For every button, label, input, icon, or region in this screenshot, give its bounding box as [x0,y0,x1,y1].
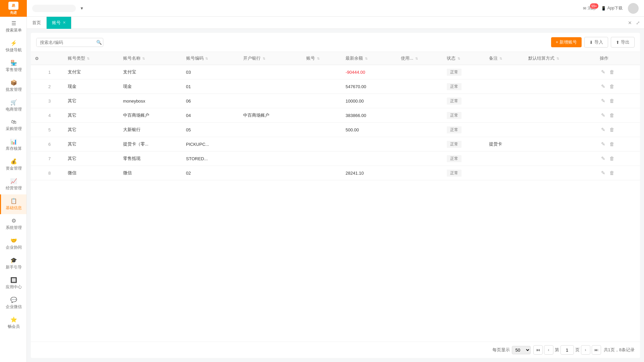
col-name[interactable]: 账号名称 ⇅ [119,52,182,65]
cell-name-0: 支付宝 [119,65,182,79]
cell-note-1 [485,79,524,94]
header-left: ▼ [32,5,84,12]
sidebar-item-purchase-mgmt[interactable]: 🛍采购管理 [0,116,26,135]
col-status[interactable]: 状态 ⇅ [443,52,485,65]
delete-button-5[interactable]: 🗑 [608,140,616,147]
sidebar-item-sys-mgmt[interactable]: ⚙系统管理 [0,214,26,234]
tab-expand-button[interactable]: ⤢ [635,19,641,26]
col-balance[interactable]: 最新余额 ⇅ [341,52,397,65]
cell-bank-0 [239,65,302,79]
page-size-select[interactable]: 每页显示 102050100 [492,346,531,354]
sidebar-item-enterprise-wechat[interactable]: 💬企业微信 [0,293,26,313]
cell-num-3: 4 [44,108,64,123]
sidebar-icon-membership: ⭐ [10,316,17,323]
import-label: 导入 [594,39,603,45]
gear-icon: ⚙ [35,56,39,61]
cell-bank-2 [239,94,302,108]
sidebar-item-enterprise-agreement[interactable]: 🤝企业协同 [0,234,26,254]
cell-account-6 [302,152,341,166]
status-badge-0: 正常 [447,69,462,76]
tab-home[interactable]: 首页 [27,17,47,29]
cell-action-0: ✎ 🗑 [596,65,640,79]
col-default-settle[interactable]: 默认结算方式 ⇅ [524,52,596,65]
sidebar-item-app-center[interactable]: 🔲应用中心 [0,274,26,293]
col-gear[interactable]: ⚙ [31,52,44,65]
col-usage[interactable]: 使用... ⇅ [397,52,443,65]
page-first-button[interactable]: ⏮ [533,345,543,355]
edit-button-6[interactable]: ✎ [600,155,607,162]
tabs-bar: 首页账号✕ ✕ ⤢ [27,17,644,29]
sidebar-icon-wholesale-mgmt: 📦 [10,79,17,86]
col-account[interactable]: 账号 ⇅ [302,52,341,65]
user-avatar[interactable] [628,3,639,14]
cell-note-2 [485,94,524,108]
edit-button-3[interactable]: ✎ [600,112,607,119]
sidebar-item-new-user-guide[interactable]: 🎓新手引导 [0,254,26,274]
delete-button-0[interactable]: 🗑 [608,68,616,75]
cell-type-7: 微信 [64,166,119,180]
edit-button-7[interactable]: ✎ [600,169,607,177]
cell-note-3 [485,108,524,123]
sidebar-item-membership[interactable]: ⭐畅会员 [0,313,26,333]
sidebar-item-inventory[interactable]: 📊库存核算 [0,135,26,155]
col-type[interactable]: 账号类型 ⇅ [64,52,119,65]
sidebar-item-retail-mgmt[interactable]: 🏪零售管理 [0,56,26,76]
search-button[interactable]: 🔍 [94,38,103,47]
col-code[interactable]: 账号编码 ⇅ [182,52,239,65]
message-button[interactable]: ✉ 消息 99+ [583,5,596,11]
export-button[interactable]: ⬆ 导出 [611,37,635,48]
page-size-dropdown[interactable]: 102050100 [512,346,531,354]
logo-text: 先进 [10,10,17,15]
sidebar-item-ecommerce-mgmt[interactable]: 🛒电商管理 [0,96,26,116]
col-note[interactable]: 备注 ⇅ [485,52,524,65]
status-badge-7: 正常 [447,170,462,177]
header-search-box[interactable] [32,5,76,12]
delete-button-6[interactable]: 🗑 [608,155,616,162]
page-last-button[interactable]: ⏭ [592,345,601,355]
sidebar-item-basic-info[interactable]: 📋基础信息 [0,194,26,214]
col-bank[interactable]: 开户银行 ⇅ [239,52,302,65]
app-download-button[interactable]: 📱 App下载 [601,5,623,11]
delete-button-1[interactable]: 🗑 [608,83,616,90]
sidebar-item-ops-mgmt[interactable]: 📈经营管理 [0,175,26,194]
header-search-input[interactable] [36,6,66,11]
header-dropdown[interactable]: ▼ [80,6,84,11]
tab-close-all-button[interactable]: ✕ [627,19,633,26]
cell-action-4: ✎ 🗑 [596,123,640,137]
cell-gear-7 [31,166,44,180]
cell-usage-0 [397,65,443,79]
sidebar-item-finance-mgmt[interactable]: 💰资金管理 [0,155,26,175]
sidebar-item-wholesale-mgmt[interactable]: 📦批发管理 [0,76,26,96]
cell-name-5: 提货卡（零... [119,137,182,152]
delete-button-2[interactable]: 🗑 [608,97,616,104]
edit-button-0[interactable]: ✎ [600,68,607,76]
cell-account-0 [302,65,341,79]
edit-button-4[interactable]: ✎ [600,126,607,133]
edit-button-5[interactable]: ✎ [600,140,607,148]
delete-button-7[interactable]: 🗑 [608,169,616,176]
add-account-button[interactable]: + 新增账号 [551,37,582,47]
cell-type-3: 其它 [64,108,119,123]
edit-button-2[interactable]: ✎ [600,97,607,105]
sidebar-icon-finance-mgmt: 💰 [10,158,17,165]
sort-bank-icon: ⇅ [263,57,265,60]
search-box[interactable]: 🔍 [36,38,103,47]
edit-button-1[interactable]: ✎ [600,83,607,90]
tab-accounts[interactable]: 账号✕ [47,17,71,29]
cell-account-7 [302,166,341,180]
sidebar-item-quick-nav[interactable]: ⚡快捷导航 [0,37,26,56]
import-button[interactable]: ⬇ 导入 [584,37,608,48]
page-next-button[interactable]: › [581,345,590,355]
page-number-input[interactable] [560,345,574,355]
import-icon: ⬇ [589,40,593,45]
delete-button-4[interactable]: 🗑 [608,126,616,133]
cell-account-3 [302,108,341,123]
page-prev-button[interactable]: ‹ [544,345,553,355]
cell-gear-1 [31,79,44,94]
sidebar-label-membership: 畅会员 [8,324,20,329]
search-input[interactable] [37,38,94,47]
cell-settle-7 [524,166,596,180]
delete-button-3[interactable]: 🗑 [608,112,616,119]
sidebar-item-search-menu[interactable]: ☰搜索菜单 [0,17,26,37]
tab-close-accounts[interactable]: ✕ [63,20,66,25]
